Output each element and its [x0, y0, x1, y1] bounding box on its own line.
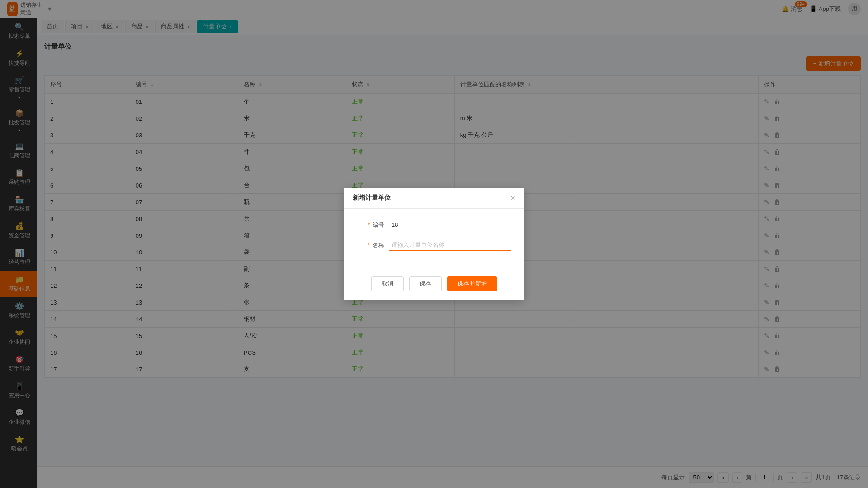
save-button[interactable]: 保存 [409, 276, 442, 291]
name-label: * 名称 [357, 241, 384, 249]
name-input[interactable] [389, 239, 511, 251]
modal-footer: 取消 保存 保存并新增 [344, 271, 524, 300]
add-unit-modal: 新增计量单位 × * 编号 * 名称 取消 保存 保存并新增 [344, 188, 524, 300]
modal-overlay[interactable]: 新增计量单位 × * 编号 * 名称 取消 保存 保存并新增 [0, 0, 868, 488]
form-row-code: * 编号 [357, 220, 511, 230]
cancel-button[interactable]: 取消 [371, 276, 404, 291]
modal-body: * 编号 * 名称 [344, 209, 524, 271]
code-label: * 编号 [357, 221, 384, 229]
form-row-name: * 名称 [357, 239, 511, 251]
modal-header: 新增计量单位 × [344, 188, 524, 209]
code-input[interactable] [389, 220, 511, 230]
modal-title: 新增计量单位 [353, 194, 391, 202]
save-new-button[interactable]: 保存并新增 [447, 276, 497, 291]
modal-close-button[interactable]: × [510, 194, 515, 202]
